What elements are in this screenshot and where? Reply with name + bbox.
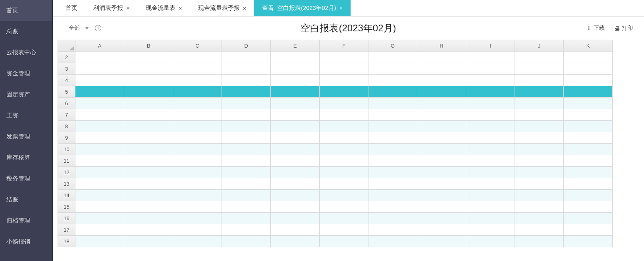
cell-I10[interactable]	[466, 144, 515, 155]
sidebar-item-tax[interactable]: 税务管理	[0, 168, 52, 189]
sidebar-item-cloud-report[interactable]: 云报表中心	[0, 42, 52, 63]
col-head-J[interactable]: J	[515, 40, 564, 52]
cell-K11[interactable]	[564, 155, 613, 167]
cell-D4[interactable]	[222, 75, 271, 86]
row-head-11[interactable]: 11	[58, 155, 75, 167]
cell-J18[interactable]	[515, 236, 564, 247]
col-head-B[interactable]: B	[124, 40, 173, 52]
cell-A18[interactable]	[75, 236, 124, 247]
cell-I13[interactable]	[466, 178, 515, 190]
cell-C3[interactable]	[173, 63, 222, 75]
cell-D7[interactable]	[222, 109, 271, 121]
col-head-C[interactable]: C	[173, 40, 222, 52]
sidebar-item-expense[interactable]: 小畅报销	[0, 231, 52, 252]
tab-4[interactable]: 查看_空白报表(2023年02月)×	[254, 0, 351, 16]
row-head-4[interactable]: 4	[58, 75, 75, 86]
row-head-15[interactable]: 15	[58, 201, 75, 213]
cell-I3[interactable]	[466, 63, 515, 75]
cell-I14[interactable]	[466, 190, 515, 201]
cell-B13[interactable]	[124, 178, 173, 190]
row-head-5[interactable]: 5	[58, 86, 75, 98]
cell-I11[interactable]	[466, 155, 515, 167]
cell-H17[interactable]	[417, 224, 466, 236]
cell-G15[interactable]	[368, 201, 417, 213]
cell-B6[interactable]	[124, 98, 173, 109]
cell-J2[interactable]	[515, 52, 564, 63]
col-head-F[interactable]: F	[320, 40, 368, 52]
cell-D8[interactable]	[222, 121, 271, 132]
cell-B5[interactable]	[124, 86, 173, 98]
col-head-H[interactable]: H	[417, 40, 466, 52]
cell-E10[interactable]	[271, 144, 320, 155]
row-head-17[interactable]: 17	[58, 224, 75, 236]
cell-A4[interactable]	[75, 75, 124, 86]
cell-G12[interactable]	[368, 167, 417, 178]
cell-B11[interactable]	[124, 155, 173, 167]
print-button[interactable]: 打印	[614, 25, 633, 32]
cell-E4[interactable]	[271, 75, 320, 86]
cell-F12[interactable]	[320, 167, 368, 178]
cell-D6[interactable]	[222, 98, 271, 109]
cell-K10[interactable]	[564, 144, 613, 155]
sidebar-item-invoice[interactable]: 发票管理	[0, 126, 52, 147]
cell-F3[interactable]	[320, 63, 368, 75]
cell-A10[interactable]	[75, 144, 124, 155]
cell-E8[interactable]	[271, 121, 320, 132]
cell-F4[interactable]	[320, 75, 368, 86]
row-head-12[interactable]: 12	[58, 167, 75, 178]
cell-E13[interactable]	[271, 178, 320, 190]
cell-K6[interactable]	[564, 98, 613, 109]
sidebar-item-archive[interactable]: 归档管理	[0, 210, 52, 231]
cell-K16[interactable]	[564, 213, 613, 224]
col-head-I[interactable]: I	[466, 40, 515, 52]
filter-dropdown[interactable]: 全部 ?	[69, 25, 101, 32]
tab-0[interactable]: 首页	[58, 0, 85, 16]
row-head-8[interactable]: 8	[58, 121, 75, 132]
row-head-2[interactable]: 2	[58, 52, 75, 63]
cell-H13[interactable]	[417, 178, 466, 190]
cell-G3[interactable]	[368, 63, 417, 75]
cell-D13[interactable]	[222, 178, 271, 190]
cell-E2[interactable]	[271, 52, 320, 63]
sidebar-item-fixed-assets[interactable]: 固定资产	[0, 84, 52, 105]
cell-E12[interactable]	[271, 167, 320, 178]
cell-J14[interactable]	[515, 190, 564, 201]
cell-H11[interactable]	[417, 155, 466, 167]
cell-D3[interactable]	[222, 63, 271, 75]
cell-A5[interactable]	[75, 86, 124, 98]
cell-H9[interactable]	[417, 132, 466, 144]
sheet-corner[interactable]	[58, 40, 75, 52]
sidebar-item-salary[interactable]: 工资	[0, 105, 52, 126]
cell-B14[interactable]	[124, 190, 173, 201]
cell-E6[interactable]	[271, 98, 320, 109]
cell-K13[interactable]	[564, 178, 613, 190]
cell-K8[interactable]	[564, 121, 613, 132]
cell-J11[interactable]	[515, 155, 564, 167]
cell-A17[interactable]	[75, 224, 124, 236]
cell-J3[interactable]	[515, 63, 564, 75]
cell-G11[interactable]	[368, 155, 417, 167]
cell-I9[interactable]	[466, 132, 515, 144]
cell-B17[interactable]	[124, 224, 173, 236]
cell-C16[interactable]	[173, 213, 222, 224]
cell-I12[interactable]	[466, 167, 515, 178]
cell-I2[interactable]	[466, 52, 515, 63]
cell-H4[interactable]	[417, 75, 466, 86]
close-icon[interactable]: ×	[339, 5, 343, 11]
cell-C12[interactable]	[173, 167, 222, 178]
cell-C15[interactable]	[173, 201, 222, 213]
cell-F5[interactable]	[320, 86, 368, 98]
cell-F9[interactable]	[320, 132, 368, 144]
cell-K9[interactable]	[564, 132, 613, 144]
cell-A7[interactable]	[75, 109, 124, 121]
cell-K5[interactable]	[564, 86, 613, 98]
cell-C5[interactable]	[173, 86, 222, 98]
cell-H14[interactable]	[417, 190, 466, 201]
cell-H7[interactable]	[417, 109, 466, 121]
col-head-A[interactable]: A	[75, 40, 124, 52]
cell-H6[interactable]	[417, 98, 466, 109]
cell-G5[interactable]	[368, 86, 417, 98]
cell-B8[interactable]	[124, 121, 173, 132]
sidebar-item-close[interactable]: 结账	[0, 189, 52, 210]
cell-D18[interactable]	[222, 236, 271, 247]
